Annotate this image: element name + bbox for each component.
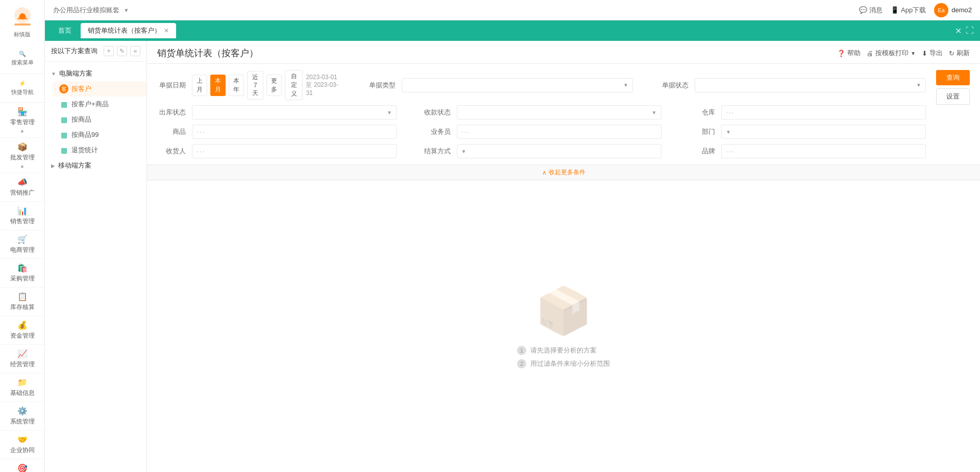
tree-item-by-customer-goods[interactable]: ▦按客户+商品: [53, 97, 146, 112]
tab-close-icon[interactable]: ✕: [164, 27, 169, 34]
chart-icon: ▦: [59, 130, 68, 139]
sales-icon: 📊: [17, 206, 28, 216]
date-range-text: 2023-03-01 至 2023-03-31: [306, 74, 340, 97]
empty-hint-1: 1 请先选择要分析的方案: [517, 346, 610, 355]
collapse-scheme-button[interactable]: «: [130, 46, 140, 56]
print-dropdown-icon: ▼: [911, 51, 916, 56]
sidebar-item-sales[interactable]: 📊 销售管理: [0, 202, 44, 230]
stock-out-chevron-icon: ▼: [387, 110, 392, 115]
sidebar-item-inventory[interactable]: 📋 库存核算: [0, 288, 44, 316]
order-type-select[interactable]: ▼: [402, 78, 633, 92]
sidebar-item-label: 企业协同: [10, 446, 35, 455]
stock-out-select[interactable]: ▼: [192, 105, 397, 120]
export-icon: ⬇: [922, 50, 927, 57]
tree-group-label: 移动端方案: [58, 161, 91, 170]
sidebar-item-newbie[interactable]: 🎯 新手引导: [0, 459, 44, 472]
chart-icon: ▦: [59, 146, 68, 155]
tree-item-by-customer[interactable]: 客按客户: [53, 81, 146, 97]
sidebar-item-purchase[interactable]: 🛍️ 采购管理: [0, 259, 44, 288]
sidebar-item-label: 系统管理: [10, 417, 35, 426]
sidebar-item-wholesale[interactable]: 📦 批发管理▲: [0, 138, 44, 173]
settings-button[interactable]: 设置: [936, 88, 970, 105]
collapse-bar[interactable]: ∧ 收起更多条件: [147, 165, 980, 180]
goods-select[interactable]: ···: [192, 125, 397, 139]
date-btn-自定义[interactable]: 自定义: [285, 70, 303, 100]
message-button[interactable]: 💬 消息: [859, 6, 883, 15]
add-scheme-button[interactable]: +: [104, 46, 114, 56]
breadcrumb-dropdown-icon[interactable]: ▼: [124, 7, 129, 13]
finance-icon: 💰: [17, 320, 28, 330]
warehouse-select[interactable]: ···: [721, 105, 926, 120]
tree-group-header-desktop[interactable]: ▼ 电脑端方案: [45, 66, 146, 81]
sidebar-item-enterprise[interactable]: 🤝 企业协同: [0, 431, 44, 459]
salesman-select[interactable]: ···: [457, 125, 662, 139]
print-button[interactable]: 🖨 按模板打印 ▼: [867, 49, 916, 58]
tree-item-return-stat[interactable]: ▦退货统计: [53, 143, 146, 158]
sidebar-item-basic[interactable]: 📁 基础信息: [0, 373, 44, 402]
scheme-panel-actions: + ✎ «: [104, 46, 140, 56]
sidebar-item-ecommerce[interactable]: 🛒 电商管理: [0, 230, 44, 259]
edit-scheme-button[interactable]: ✎: [117, 46, 127, 56]
scheme-panel-header: 按以下方案查询 + ✎ «: [45, 41, 146, 62]
department-chevron-icon: ▼: [726, 129, 731, 135]
sidebar-item-retail[interactable]: 🏪 零售管理▲: [0, 103, 44, 138]
tree-item-by-goods99[interactable]: ▦按商品99: [53, 127, 146, 143]
department-select[interactable]: ▼: [721, 125, 926, 139]
user-name: demo2: [951, 6, 972, 14]
tab-sales-stat[interactable]: 销货单统计表（按客户）✕: [81, 23, 176, 38]
tab-label: 首页: [58, 26, 71, 35]
salesman-dots-icon: ···: [461, 128, 471, 136]
expand-arrow-icon: ▲: [20, 128, 24, 133]
consignee-dots-icon: ···: [197, 147, 206, 155]
hint-2-number: 2: [517, 359, 526, 368]
sidebar-item-marketing[interactable]: 📣 营销推广: [0, 173, 44, 202]
sidebar-menu: 🏪 零售管理▲📦 批发管理▲📣 营销推广📊 销售管理🛒 电商管理🛍️ 采购管理📋…: [0, 103, 44, 472]
refresh-button[interactable]: ↻ 刷新: [949, 49, 970, 58]
search-menu-button[interactable]: 🔍 搜索菜单: [4, 49, 40, 68]
tree-group-header-mobile[interactable]: ▶ 移动端方案: [45, 158, 146, 173]
print-label: 按模板打印: [875, 49, 909, 58]
person-icon: 客: [59, 84, 68, 93]
order-status-select[interactable]: ▼: [695, 78, 926, 92]
brand-dots-icon: ···: [726, 147, 735, 155]
brand-select[interactable]: ···: [721, 144, 926, 158]
newbie-icon: 🎯: [17, 463, 28, 472]
date-btn-本月[interactable]: 本月: [210, 75, 226, 96]
tab-home[interactable]: 首页: [51, 23, 79, 38]
header-breadcrumb: 办公用品行业模拟账套: [53, 6, 119, 15]
user-profile[interactable]: Ea demo2: [934, 3, 972, 17]
date-btn-本年[interactable]: 本年: [229, 75, 244, 96]
page-actions: ❓ 帮助 🖨 按模板打印 ▼ ⬇ 导出 ↻ 刷新: [837, 49, 970, 58]
maximize-icon[interactable]: ⛶: [966, 26, 974, 35]
help-button[interactable]: ❓ 帮助: [837, 49, 861, 58]
sidebar-item-operation[interactable]: 📈 经营管理: [0, 345, 44, 373]
app-logo: 标慎版: [0, 0, 44, 43]
query-button[interactable]: 查询: [936, 70, 970, 85]
operation-icon: 📈: [17, 349, 28, 359]
receipt-status-select[interactable]: ▼: [457, 105, 662, 120]
ecommerce-icon: 🛒: [17, 234, 28, 244]
system-icon: ⚙️: [17, 406, 28, 416]
refresh-icon: ↻: [949, 50, 954, 57]
consignee-select[interactable]: ···: [192, 144, 397, 158]
sidebar-item-label: 营销推广: [10, 188, 35, 197]
sidebar-item-finance[interactable]: 💰 资金管理: [0, 316, 44, 345]
refresh-label: 刷新: [957, 49, 970, 58]
user-avatar: Ea: [934, 3, 948, 17]
sidebar-item-system[interactable]: ⚙️ 系统管理: [0, 402, 44, 431]
export-button[interactable]: ⬇ 导出: [922, 49, 943, 58]
date-btn-更多[interactable]: 更多: [266, 75, 282, 96]
date-btn-上月[interactable]: 上月: [192, 75, 207, 96]
close-all-tabs-icon[interactable]: ✕: [955, 26, 962, 36]
settlement-select[interactable]: ▼: [457, 144, 662, 158]
tree-item-by-goods[interactable]: ▦按商品: [53, 112, 146, 127]
order-type-chevron-icon: ▼: [623, 82, 628, 88]
help-icon: ❓: [837, 50, 845, 57]
sidebar-item-label: 采购管理: [10, 274, 35, 283]
logo-image: [10, 5, 35, 30]
app-download-button[interactable]: 📱 App下载: [891, 6, 926, 15]
filter-row-1: 单据日期 上月本月本年近7天更多自定义2023-03-01 至 2023-03-…: [157, 70, 926, 100]
date-btn-近7天[interactable]: 近7天: [247, 71, 263, 100]
quick-nav-button[interactable]: ⚡ 快捷导航: [0, 77, 44, 99]
consignee-label: 收货人: [157, 147, 186, 156]
